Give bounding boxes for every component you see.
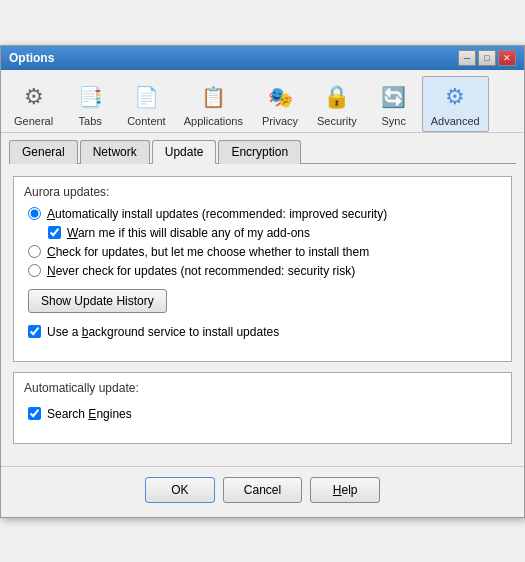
cancel-button[interactable]: Cancel (223, 477, 302, 503)
toolbar-applications-label: Applications (184, 115, 243, 127)
tabs-icon (74, 81, 106, 113)
auto-install-option: Automatically install updates (recommend… (24, 207, 501, 221)
aurora-updates-group: Aurora updates: Automatically install up… (13, 176, 512, 362)
warn-addons-label[interactable]: Warn me if this will disable any of my a… (67, 226, 310, 240)
help-button[interactable]: Help (310, 477, 380, 503)
auto-update-group: Automatically update: Search Engines (13, 372, 512, 444)
ok-button[interactable]: OK (145, 477, 215, 503)
background-service-label[interactable]: Use a background service to install upda… (47, 325, 279, 339)
toolbar-security[interactable]: Security (308, 76, 366, 132)
close-button[interactable]: ✕ (498, 50, 516, 66)
minimize-button[interactable]: ─ (458, 50, 476, 66)
toolbar-general[interactable]: General (5, 76, 62, 132)
never-check-label[interactable]: Never check for updates (not recommended… (47, 264, 355, 278)
sync-icon (378, 81, 410, 113)
content-area: Aurora updates: Automatically install up… (1, 164, 524, 466)
auto-install-radio[interactable] (28, 207, 41, 220)
toolbar-advanced-label: Advanced (431, 115, 480, 127)
warn-addons-checkbox[interactable] (48, 226, 61, 239)
check-only-option: Check for updates, but let me choose whe… (24, 245, 501, 259)
title-bar: Options ─ □ ✕ (1, 46, 524, 70)
toolbar-sync[interactable]: Sync (366, 76, 422, 132)
tabs: General Network Update Encryption (9, 139, 516, 164)
check-only-radio[interactable] (28, 245, 41, 258)
background-service-option: Use a background service to install upda… (24, 321, 501, 343)
background-service-checkbox[interactable] (28, 325, 41, 338)
content-icon (130, 81, 162, 113)
tab-update[interactable]: Update (152, 140, 217, 164)
maximize-button[interactable]: □ (478, 50, 496, 66)
warn-addons-option: Warn me if this will disable any of my a… (24, 226, 501, 240)
toolbar-content-label: Content (127, 115, 166, 127)
applications-icon (197, 81, 229, 113)
toolbar: General Tabs Content Applications Privac… (1, 70, 524, 133)
search-engines-label[interactable]: Search Engines (47, 407, 132, 421)
aurora-group-title: Aurora updates: (24, 185, 501, 199)
toolbar-privacy-label: Privacy (262, 115, 298, 127)
toolbar-applications[interactable]: Applications (175, 76, 252, 132)
toolbar-security-label: Security (317, 115, 357, 127)
never-check-radio[interactable] (28, 264, 41, 277)
toolbar-tabs-label: Tabs (79, 115, 102, 127)
security-icon (321, 81, 353, 113)
tab-general[interactable]: General (9, 140, 78, 164)
toolbar-content[interactable]: Content (118, 76, 175, 132)
options-window: Options ─ □ ✕ General Tabs Content Appli… (0, 45, 525, 518)
window-title: Options (9, 51, 54, 65)
toolbar-tabs[interactable]: Tabs (62, 76, 118, 132)
toolbar-general-label: General (14, 115, 53, 127)
advanced-icon (439, 81, 471, 113)
footer: OK Cancel Help (1, 466, 524, 517)
privacy-icon (264, 81, 296, 113)
title-bar-controls: ─ □ ✕ (458, 50, 516, 66)
toolbar-privacy[interactable]: Privacy (252, 76, 308, 132)
check-only-label[interactable]: Check for updates, but let me choose whe… (47, 245, 369, 259)
tab-network[interactable]: Network (80, 140, 150, 164)
toolbar-sync-label: Sync (382, 115, 406, 127)
show-update-history-button[interactable]: Show Update History (28, 289, 167, 313)
search-engines-option: Search Engines (24, 403, 501, 425)
general-icon (18, 81, 50, 113)
never-check-option: Never check for updates (not recommended… (24, 264, 501, 278)
tabs-container: General Network Update Encryption (1, 133, 524, 164)
tab-encryption[interactable]: Encryption (218, 140, 301, 164)
toolbar-advanced[interactable]: Advanced (422, 76, 489, 132)
auto-update-title: Automatically update: (24, 381, 501, 395)
auto-install-label[interactable]: Automatically install updates (recommend… (47, 207, 387, 221)
search-engines-checkbox[interactable] (28, 407, 41, 420)
